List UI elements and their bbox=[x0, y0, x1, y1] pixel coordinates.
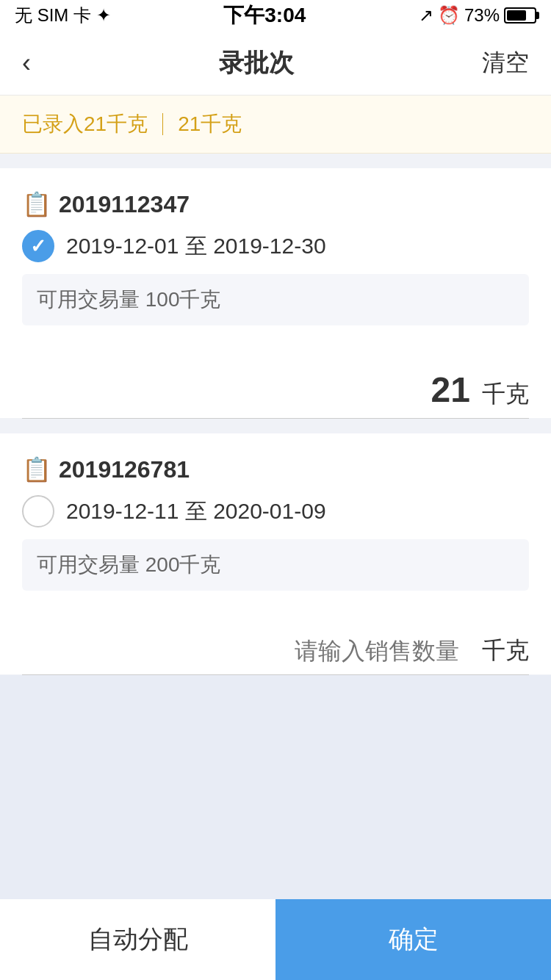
clear-button[interactable]: 清空 bbox=[482, 47, 529, 79]
recorded-qty-value: 21千克 bbox=[178, 110, 242, 138]
status-right: ↗ ⏰ 73% bbox=[419, 5, 536, 26]
battery-icon bbox=[504, 7, 536, 24]
doc-icon-1: 📋 bbox=[22, 190, 51, 218]
batch2-date: 2019-12-11 至 2020-01-09 bbox=[66, 497, 326, 527]
recorded-qty-label: 已录入21千克 bbox=[22, 110, 148, 138]
batch2-radio[interactable] bbox=[22, 495, 54, 527]
batch2-unit: 千克 bbox=[482, 635, 529, 667]
batch2-header: 📋 2019126781 bbox=[22, 455, 529, 483]
back-button[interactable]: ‹ bbox=[22, 48, 31, 79]
info-divider bbox=[162, 113, 163, 135]
status-left: 无 SIM 卡 ✦ bbox=[15, 4, 111, 27]
batch2-card: 📋 2019126781 2019-12-11 至 2020-01-09 可用交… bbox=[0, 433, 551, 620]
batch1-amount-row: 21 千克 bbox=[0, 355, 551, 418]
batch1-id: 2019112347 bbox=[59, 191, 190, 218]
battery-percent: 73% bbox=[464, 5, 500, 26]
batch2-date-row: 2019-12-11 至 2020-01-09 bbox=[22, 495, 529, 527]
batch1-amount-value: 21 bbox=[431, 370, 470, 410]
batch1-qty: 可用交易量 100千克 bbox=[22, 274, 529, 325]
alarm-icon: ⏰ bbox=[438, 5, 460, 26]
batch2-qty: 可用交易量 200千克 bbox=[22, 539, 529, 591]
batch2-id: 2019126781 bbox=[59, 456, 190, 483]
batch2-input-row: 千克 bbox=[0, 620, 551, 674]
batch1-card: 📋 2019112347 2019-12-01 至 2019-12-30 可用交… bbox=[0, 168, 551, 355]
page-title: 录批次 bbox=[219, 46, 294, 80]
batch1-date-row: 2019-12-01 至 2019-12-30 bbox=[22, 230, 529, 262]
status-bar: 无 SIM 卡 ✦ 下午3:04 ↗ ⏰ 73% bbox=[0, 0, 551, 31]
confirm-button[interactable]: 确定 bbox=[276, 899, 551, 980]
location-icon: ↗ bbox=[419, 5, 433, 26]
info-bar: 已录入21千克 21千克 bbox=[0, 96, 551, 154]
doc-icon-2: 📋 bbox=[22, 455, 51, 483]
qty-input[interactable] bbox=[176, 638, 470, 665]
batch1-header: 📋 2019112347 bbox=[22, 190, 529, 218]
batch1-divider bbox=[22, 418, 529, 419]
batch1-date: 2019-12-01 至 2019-12-30 bbox=[66, 231, 326, 262]
sim-label: 无 SIM 卡 ✦ bbox=[15, 4, 111, 27]
batch1-amount-unit: 千克 bbox=[482, 378, 529, 411]
bottom-bar: 自动分配 确定 bbox=[0, 899, 551, 980]
batch1-radio[interactable] bbox=[22, 230, 54, 262]
nav-bar: ‹ 录批次 清空 bbox=[0, 31, 551, 96]
status-time: 下午3:04 bbox=[223, 1, 306, 29]
auto-assign-button[interactable]: 自动分配 bbox=[0, 899, 276, 980]
